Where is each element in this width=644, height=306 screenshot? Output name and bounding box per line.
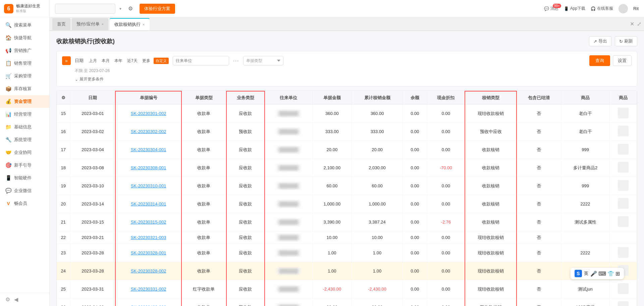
sidebar-item-purchase[interactable]: 🛒 采购管理 bbox=[0, 70, 49, 82]
shirt-icon[interactable]: 👕 bbox=[607, 270, 614, 277]
doc-no-link[interactable]: SK-20230331-002 bbox=[131, 287, 166, 292]
doc-no-link[interactable]: SK-20230302-002 bbox=[131, 129, 166, 134]
sidebar-item-corp[interactable]: 🤝 企业协同 bbox=[0, 146, 49, 159]
sidebar-item-wechat[interactable]: 💬 企业微信 bbox=[0, 184, 49, 197]
cell-discount: 0.00 bbox=[427, 123, 465, 141]
table-row: 26 2023-04-03 SK-20230403-002 收款单 预收款 ██… bbox=[57, 298, 637, 306]
doc-no-link[interactable]: SK-20230315-002 bbox=[131, 220, 166, 225]
online-service-button[interactable]: 🎧 在线客服 bbox=[591, 6, 613, 11]
sidebar-item-sales[interactable]: 📋 销售管理 bbox=[0, 57, 49, 70]
sidebar-item-shortcuts[interactable]: 🏠 快捷导航 bbox=[0, 32, 49, 44]
col-header-discount[interactable]: 现金折扣 bbox=[427, 91, 465, 105]
topbar-gear-button[interactable]: ⚙ bbox=[125, 4, 136, 14]
filter-toggle-button[interactable]: » bbox=[62, 56, 71, 65]
sidebar-item-marketing[interactable]: 📢 营销推广 bbox=[0, 44, 49, 57]
doc-no-link[interactable]: SK-20230308-001 bbox=[131, 165, 166, 170]
doc-type-filter-select[interactable]: 单据类型 bbox=[243, 56, 283, 65]
date-last-7days[interactable]: 近7天 bbox=[126, 57, 139, 64]
date-more[interactable]: 更多 bbox=[141, 57, 152, 64]
doc-no-link[interactable]: SK-20230310-001 bbox=[131, 183, 166, 188]
date-custom-button[interactable]: 自定义 bbox=[154, 58, 169, 64]
tab-home[interactable]: 首页 bbox=[52, 18, 70, 30]
doc-no-link[interactable]: SK-20230328-002 bbox=[131, 268, 166, 273]
settings-icon[interactable]: ⚙ bbox=[5, 296, 10, 303]
doc-no-link[interactable]: SK-20230321-003 bbox=[131, 235, 166, 240]
cell-include-settled: 否 bbox=[517, 141, 561, 159]
col-header-balance[interactable]: 余额 bbox=[403, 91, 427, 105]
cell-goods-img bbox=[609, 177, 637, 195]
doc-no-link[interactable]: SK-20230328-001 bbox=[131, 250, 166, 255]
filter-settings-button[interactable]: 设置 bbox=[613, 55, 632, 66]
col-header-goods-img[interactable]: 商品 bbox=[609, 91, 637, 105]
partner-filter-dots[interactable]: ··· bbox=[233, 57, 239, 64]
sidebar-item-inventory[interactable]: 📦 库存核算 bbox=[0, 82, 49, 95]
mic-icon[interactable]: 🎤 bbox=[590, 270, 597, 277]
filter-row: » 日期 上月 本月 本年 近7天 更多 自定义 ··· 单据类型 bbox=[62, 55, 632, 66]
apps-icon[interactable]: ⊞ bbox=[615, 270, 620, 277]
sidebar-item-guide[interactable]: 🎯 新手引导 bbox=[0, 159, 49, 172]
cell-goods: 2222 bbox=[561, 244, 609, 262]
expand-filter-button[interactable]: ⌄ 展开更多条件 bbox=[75, 76, 632, 82]
date-last-month[interactable]: 上月 bbox=[88, 57, 98, 64]
tab-prepay-close[interactable]: × bbox=[102, 22, 104, 26]
tab-receipt-verify[interactable]: 收款核销执行 × bbox=[110, 18, 149, 30]
col-header-verify-type[interactable]: 核销类型 bbox=[465, 91, 517, 105]
app-download-button[interactable]: 📱 App下载 bbox=[564, 6, 585, 11]
maximize-window-button[interactable]: ⤢ bbox=[637, 21, 641, 27]
sidebar-item-search[interactable]: 🔍 搜索菜单 bbox=[0, 19, 49, 32]
cell-goods-img bbox=[609, 141, 637, 159]
sidebar-item-basic[interactable]: 📁 基础信息 bbox=[0, 121, 49, 133]
col-header-date[interactable]: 日期 bbox=[70, 91, 115, 105]
query-button[interactable]: 查询 bbox=[589, 55, 610, 66]
partner-cell-blurred: ██████ bbox=[277, 146, 301, 153]
doc-no-link[interactable]: SK-20230304-001 bbox=[131, 147, 166, 152]
sidebar-item-system[interactable]: 🔧 系统管理 bbox=[0, 133, 49, 146]
col-header-doc-type[interactable]: 单据类型 bbox=[181, 91, 226, 105]
cell-verify-type: 预收款核销 bbox=[465, 298, 517, 306]
partner-cell-blurred: ██████ bbox=[277, 234, 301, 241]
col-header-amount[interactable]: 单据金额 bbox=[312, 91, 352, 105]
refresh-button[interactable]: ↻ 刷新 bbox=[615, 36, 637, 46]
col-header-gear[interactable]: ⚙ bbox=[57, 91, 70, 105]
cell-amount: 333.00 bbox=[312, 123, 352, 141]
collapse-icon[interactable]: ◀ bbox=[14, 296, 18, 303]
topbar-search-arrow[interactable]: ▾ bbox=[119, 6, 121, 11]
trial-solution-button[interactable]: 体验行业方案 bbox=[140, 4, 175, 14]
partner-filter-input[interactable] bbox=[173, 56, 229, 65]
sidebar-item-hardware[interactable]: 📱 智能硬件 bbox=[0, 172, 49, 184]
cell-goods-img bbox=[609, 280, 637, 298]
col-header-biz-type[interactable]: 业务类型 bbox=[226, 91, 265, 105]
cell-verify-type: 现结收款核销 bbox=[465, 231, 517, 244]
doc-no-link[interactable]: SK-20230301-002 bbox=[131, 111, 166, 116]
service-icon: 🎧 bbox=[591, 6, 596, 11]
col-header-doc-no[interactable]: 单据编号 bbox=[115, 91, 181, 105]
tab-receipt-verify-close[interactable]: × bbox=[143, 22, 145, 26]
cell-amount: 20.00 bbox=[312, 141, 352, 159]
date-this-month[interactable]: 本月 bbox=[100, 57, 111, 64]
sidebar-item-operations[interactable]: 📊 经营管理 bbox=[0, 108, 49, 121]
sidebar-item-member[interactable]: V 畅会员 bbox=[0, 197, 49, 210]
cell-verify-type: 收款核销 bbox=[465, 141, 517, 159]
doc-no-link[interactable]: SK-20230403-002 bbox=[131, 305, 166, 306]
topbar-search-input[interactable] bbox=[55, 4, 115, 14]
col-header-partner[interactable]: 往来单位 bbox=[265, 91, 313, 105]
user-avatar[interactable] bbox=[619, 4, 628, 13]
col-header-goods[interactable]: 商品 bbox=[561, 91, 609, 105]
app-label: App下载 bbox=[570, 6, 585, 11]
col-header-include-settled[interactable]: 包含已结清 bbox=[517, 91, 561, 105]
close-window-button[interactable]: ✕ bbox=[630, 21, 634, 27]
cell-partner: ██████ bbox=[265, 177, 313, 195]
message-button[interactable]: 💬 消息 99+ bbox=[544, 6, 558, 11]
date-this-year[interactable]: 本年 bbox=[113, 57, 124, 64]
cell-biz-type: 应收款 bbox=[226, 231, 265, 244]
cell-biz-type: 预收款 bbox=[226, 123, 265, 141]
export-button[interactable]: ↗ 导出 bbox=[589, 36, 611, 46]
grid-icon[interactable]: ⌨ bbox=[598, 270, 606, 277]
doc-no-link[interactable]: SK-20230314-001 bbox=[131, 201, 166, 206]
sidebar-item-finance[interactable]: 💰 资金管理 bbox=[0, 95, 49, 108]
cell-no: 22 bbox=[57, 231, 70, 244]
cell-goods-img bbox=[609, 195, 637, 213]
col-header-verified[interactable]: 累计核销金额 bbox=[352, 91, 402, 105]
tab-prepay[interactable]: 预付/应付单 × bbox=[72, 18, 108, 30]
cell-discount: 0.00 bbox=[427, 231, 465, 244]
